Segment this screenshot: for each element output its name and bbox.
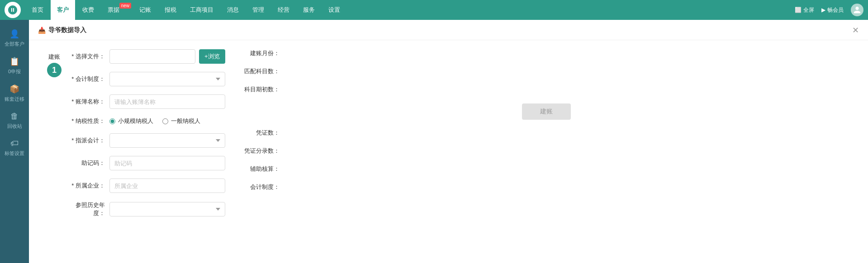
form-layout: 建账 1 * 选择文件： +浏览 * 会计制度： <box>29 40 868 235</box>
right-panel: 建账月份： 匹配科目数： 科目期初数： 建账 凭证数： <box>243 49 850 225</box>
sidebar-item-zero-report[interactable]: 📋 0申报 <box>0 52 29 80</box>
trash-icon: 🗑 <box>10 112 19 121</box>
tax-radio-small[interactable] <box>109 118 115 124</box>
right-accounting-system-label: 会计制度： <box>243 183 284 191</box>
aux-accounting-label: 辅助核算： <box>243 165 284 173</box>
person-icon: 👤 <box>9 29 19 39</box>
ledger-name-input[interactable] <box>109 94 225 109</box>
company-label: * 所属企业： <box>69 182 109 190</box>
subject-initial-row: 科目期初数： <box>243 85 850 94</box>
tax-option-general[interactable]: 一般纳税人 <box>162 117 200 125</box>
subject-initial-label: 科目期初数： <box>243 85 284 94</box>
history-year-select[interactable] <box>109 202 225 216</box>
member-btn[interactable]: ▶ 畅会员 <box>821 6 844 14</box>
memo-row: 助记码： <box>69 156 225 170</box>
build-month-row: 建账月份： <box>243 49 850 57</box>
sidebar-item-all-customers[interactable]: 👤 全部客户 <box>0 24 29 52</box>
step-section: 建账 1 * 选择文件： +浏览 * 会计制度： <box>47 49 225 225</box>
match-subject-label: 匹配科目数： <box>243 67 284 75</box>
sidebar: 👤 全部客户 📋 0申报 📦 账套迁移 🗑 回收站 🏷 标签设置 <box>0 20 29 263</box>
close-button[interactable]: ✕ <box>852 26 859 34</box>
voucher-entries-label: 凭证分录数： <box>243 147 284 155</box>
nav-item-service[interactable]: 服务 <box>297 0 321 20</box>
nav-item-settings[interactable]: 设置 <box>322 0 346 20</box>
aux-accounting-row: 辅助核算： <box>243 165 850 173</box>
accounting-system-label: * 会计制度： <box>69 75 109 83</box>
file-input-area: +浏览 <box>109 49 225 64</box>
import-icon: 📥 <box>38 27 46 34</box>
nav-item-tax[interactable]: 报税 <box>158 0 183 20</box>
sidebar-item-tags[interactable]: 🏷 标签设置 <box>0 134 29 161</box>
nav-badge-new: new <box>119 3 131 9</box>
build-btn-wrap: 建账 <box>243 103 850 120</box>
tax-type-radio-group: 小规模纳税人 一般纳税人 <box>109 117 200 125</box>
tag-icon: 🏷 <box>10 139 19 148</box>
memo-input[interactable] <box>109 156 225 170</box>
memo-label: 助记码： <box>69 159 109 167</box>
right-accounting-system-row: 会计制度： <box>243 183 850 191</box>
step-badge: 1 <box>47 63 62 77</box>
nav-item-business[interactable]: 工商项目 <box>184 0 220 20</box>
nav-item-customer[interactable]: 客户 <box>51 0 75 20</box>
report-icon: 📋 <box>9 56 19 66</box>
nav-items: 首页 客户 收费 票据 new 记账 报税 工商项目 消息 管理 经营 服务 设… <box>25 0 795 20</box>
tax-type-row: * 纳税性质： 小规模纳税人 一般纳税人 <box>69 117 225 125</box>
migrate-icon: 📦 <box>9 84 19 94</box>
file-input[interactable] <box>109 49 195 64</box>
sidebar-item-recycle[interactable]: 🗑 回收站 <box>0 107 29 134</box>
match-subject-row: 匹配科目数： <box>243 67 850 75</box>
step-label: 建账 <box>48 49 60 61</box>
nav-item-message[interactable]: 消息 <box>221 0 245 20</box>
history-year-row: 参照历史年度： <box>69 201 225 217</box>
tax-type-label: * 纳税性质： <box>69 117 109 125</box>
main-content: 📥 导爷数据导入 ✕ 建账 1 * 选择文件： <box>29 20 868 263</box>
top-nav: 首页 客户 收费 票据 new 记账 报税 工商项目 消息 管理 经营 服务 设… <box>0 0 868 20</box>
logo[interactable] <box>5 2 21 18</box>
sidebar-item-account-migration[interactable]: 📦 账套迁移 <box>0 80 29 107</box>
nav-item-operation[interactable]: 经营 <box>271 0 296 20</box>
page-title: 📥 导爷数据导入 <box>38 26 86 34</box>
file-row: * 选择文件： +浏览 <box>69 49 225 64</box>
nav-item-bookkeeping[interactable]: 记账 <box>133 0 157 20</box>
voucher-label: 凭证数： <box>243 129 284 137</box>
file-label: * 选择文件： <box>69 52 109 61</box>
build-month-label: 建账月份： <box>243 49 284 57</box>
company-input[interactable] <box>109 178 225 193</box>
build-button[interactable]: 建账 <box>522 103 571 120</box>
page-header: 📥 导爷数据导入 ✕ <box>29 20 868 40</box>
avatar[interactable] <box>851 4 863 16</box>
ledger-name-row: * 账簿名称： <box>69 94 225 109</box>
fullscreen-btn[interactable]: ⬜ 全屏 <box>795 6 814 14</box>
tax-radio-general[interactable] <box>162 118 168 124</box>
voucher-entries-row: 凭证分录数： <box>243 147 850 155</box>
nav-item-invoice[interactable]: 票据 new <box>101 0 132 20</box>
company-row: * 所属企业： <box>69 178 225 193</box>
ledger-name-label: * 账簿名称： <box>69 98 109 106</box>
accounting-system-row: * 会计制度： <box>69 72 225 86</box>
browse-button[interactable]: +浏览 <box>199 49 225 64</box>
accounting-system-select[interactable] <box>109 72 225 86</box>
nav-item-fee[interactable]: 收费 <box>76 0 100 20</box>
nav-item-home[interactable]: 首页 <box>25 0 50 20</box>
history-year-label: 参照历史年度： <box>69 201 109 217</box>
layout: 👤 全部客户 📋 0申报 📦 账套迁移 🗑 回收站 🏷 标签设置 📥 导爷数据导… <box>0 20 868 263</box>
tax-option-small[interactable]: 小规模纳税人 <box>109 117 153 125</box>
accountant-row: * 指派会计： <box>69 133 225 148</box>
nav-item-manage[interactable]: 管理 <box>246 0 270 20</box>
accountant-label: * 指派会计： <box>69 136 109 145</box>
nav-right: ⬜ 全屏 ▶ 畅会员 <box>795 4 863 16</box>
accountant-select[interactable] <box>109 133 225 148</box>
form-fields: * 选择文件： +浏览 * 会计制度： * 账簿名称： <box>69 49 225 225</box>
voucher-row: 凭证数： <box>243 129 850 137</box>
